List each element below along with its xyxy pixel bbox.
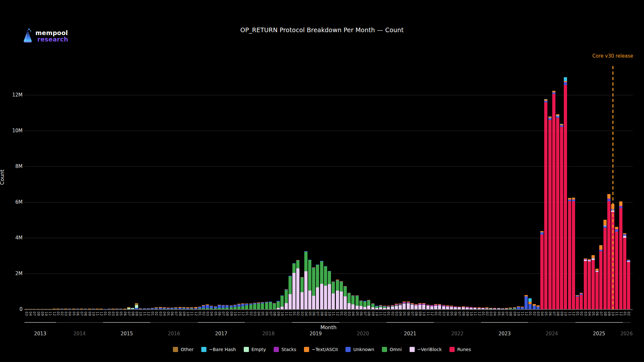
bar-segment-unknown[interactable] xyxy=(536,307,540,309)
bar-segment-unknown[interactable] xyxy=(222,305,225,308)
bar-segment-veriblock[interactable] xyxy=(446,307,449,309)
bar-segment-omni[interactable] xyxy=(292,264,296,273)
bar-2024-10[interactable] xyxy=(564,77,567,309)
bar-2022-03[interactable] xyxy=(442,305,445,309)
bar-2020-12[interactable] xyxy=(383,306,386,309)
bar-2020-10[interactable] xyxy=(375,306,378,309)
bar-2015-08[interactable] xyxy=(131,308,134,309)
bar-segment-omni[interactable] xyxy=(289,276,292,294)
bar-2013-03[interactable] xyxy=(25,309,28,309)
bar-segment-other[interactable] xyxy=(44,309,48,309)
bar-2019-04[interactable] xyxy=(304,251,308,309)
bar-2015-09[interactable] xyxy=(135,303,138,309)
bar-segment-veriblock[interactable] xyxy=(505,309,508,309)
bar-2021-03[interactable] xyxy=(395,304,398,309)
bar-2020-04[interactable] xyxy=(351,295,355,309)
bar-2017-01[interactable] xyxy=(198,307,201,309)
bar-segment-unknown[interactable] xyxy=(115,309,118,309)
bar-2014-05[interactable] xyxy=(72,309,75,309)
bar-2023-11[interactable] xyxy=(521,307,524,309)
bar-2018-06[interactable] xyxy=(265,302,268,309)
bar-2014-08[interactable] xyxy=(84,309,87,309)
bar-segment-veriblock[interactable] xyxy=(332,293,335,309)
bar-segment-unknown[interactable] xyxy=(564,83,567,85)
bar-2018-12[interactable] xyxy=(289,276,292,309)
bar-segment-omni[interactable] xyxy=(174,309,177,309)
bar-segment-omni[interactable] xyxy=(237,307,241,309)
bar-segment-unknown[interactable] xyxy=(159,308,162,309)
bar-segment-textascii[interactable] xyxy=(56,309,60,309)
bar-segment-omni[interactable] xyxy=(230,307,233,309)
bar-segment-runes[interactable] xyxy=(588,261,591,309)
bar-segment-omni[interactable] xyxy=(257,304,260,309)
bar-segment-veriblock[interactable] xyxy=(407,303,410,309)
bar-segment-omni[interactable] xyxy=(359,301,363,306)
bar-segment-unknown[interactable] xyxy=(92,309,95,309)
legend-item-veriblock[interactable]: ~VeriBlock xyxy=(410,347,442,352)
bar-2017-09[interactable] xyxy=(230,305,233,309)
bar-segment-omni[interactable] xyxy=(351,296,355,304)
bar-2025-11[interactable] xyxy=(615,227,618,309)
bar-2016-12[interactable] xyxy=(194,307,197,309)
bar-segment-barehash[interactable] xyxy=(564,77,567,81)
bar-segment-omni[interactable] xyxy=(336,281,339,291)
bar-segment-veriblock[interactable] xyxy=(367,306,370,309)
bar-2020-07[interactable] xyxy=(363,301,366,309)
legend-item-runes[interactable]: Runes xyxy=(450,347,471,352)
bar-segment-omni[interactable] xyxy=(241,306,244,309)
bar-segment-unknown[interactable] xyxy=(119,309,122,309)
bar-segment-veriblock[interactable] xyxy=(280,307,284,309)
bar-2020-06[interactable] xyxy=(359,301,363,309)
bar-segment-textascii[interactable] xyxy=(72,309,75,309)
bar-segment-omni[interactable] xyxy=(261,303,264,309)
bar-2018-02[interactable] xyxy=(249,303,252,309)
bar-2014-12[interactable] xyxy=(99,309,103,309)
bar-2025-02[interactable] xyxy=(580,293,583,309)
year-band-2014[interactable] xyxy=(56,322,103,323)
bar-segment-veriblock[interactable] xyxy=(340,292,343,310)
bar-2019-02[interactable] xyxy=(296,260,299,309)
bar-segment-veriblock[interactable] xyxy=(363,307,366,309)
bar-2021-11[interactable] xyxy=(426,305,430,309)
bar-segment-veriblock[interactable] xyxy=(442,306,445,309)
bar-2019-11[interactable] xyxy=(332,282,335,309)
bar-segment-runes[interactable] xyxy=(556,118,559,309)
bar-2022-09[interactable] xyxy=(466,307,469,309)
bar-segment-runes[interactable] xyxy=(607,201,611,309)
bar-segment-unknown[interactable] xyxy=(135,308,138,309)
bar-segment-runes[interactable] xyxy=(619,208,622,309)
bar-segment-unknown[interactable] xyxy=(225,305,229,308)
bar-2020-08[interactable] xyxy=(367,300,370,309)
bar-segment-veriblock[interactable] xyxy=(493,309,496,309)
bar-2017-11[interactable] xyxy=(237,304,241,309)
bar-2019-09[interactable] xyxy=(324,266,327,309)
bar-segment-omni[interactable] xyxy=(273,304,276,309)
bar-segment-unknown[interactable] xyxy=(540,232,544,235)
bar-2014-06[interactable] xyxy=(76,309,79,309)
bar-2022-10[interactable] xyxy=(469,307,473,309)
bar-segment-unknown[interactable] xyxy=(166,308,170,309)
bar-segment-runes[interactable] xyxy=(592,260,595,309)
bar-2020-11[interactable] xyxy=(379,305,382,309)
bar-segment-omni[interactable] xyxy=(155,309,158,309)
bar-segment-veriblock[interactable] xyxy=(411,305,414,309)
bar-segment-unknown[interactable] xyxy=(147,309,150,309)
bar-segment-other[interactable] xyxy=(48,309,52,309)
bar-2016-09[interactable] xyxy=(182,307,185,309)
bar-2024-05[interactable] xyxy=(544,99,547,309)
bar-2023-07[interactable] xyxy=(505,308,508,309)
bar-2014-07[interactable] xyxy=(80,309,83,309)
bar-2015-03[interactable] xyxy=(111,309,115,309)
bar-segment-other[interactable] xyxy=(33,309,36,309)
bar-segment-omni[interactable] xyxy=(222,308,225,309)
bar-segment-veriblock[interactable] xyxy=(344,296,347,309)
bar-segment-runes[interactable] xyxy=(552,94,555,309)
bar-segment-omni[interactable] xyxy=(340,282,343,291)
bar-segment-unknown[interactable] xyxy=(517,307,520,309)
legend-item-stacks[interactable]: Stacks xyxy=(274,347,296,352)
bar-segment-unknown[interactable] xyxy=(60,309,63,309)
bar-segment-unknown[interactable] xyxy=(241,304,244,306)
bar-2025-04[interactable] xyxy=(588,259,591,309)
bar-segment-unknown[interactable] xyxy=(131,309,134,309)
bar-2022-01[interactable] xyxy=(434,304,437,309)
